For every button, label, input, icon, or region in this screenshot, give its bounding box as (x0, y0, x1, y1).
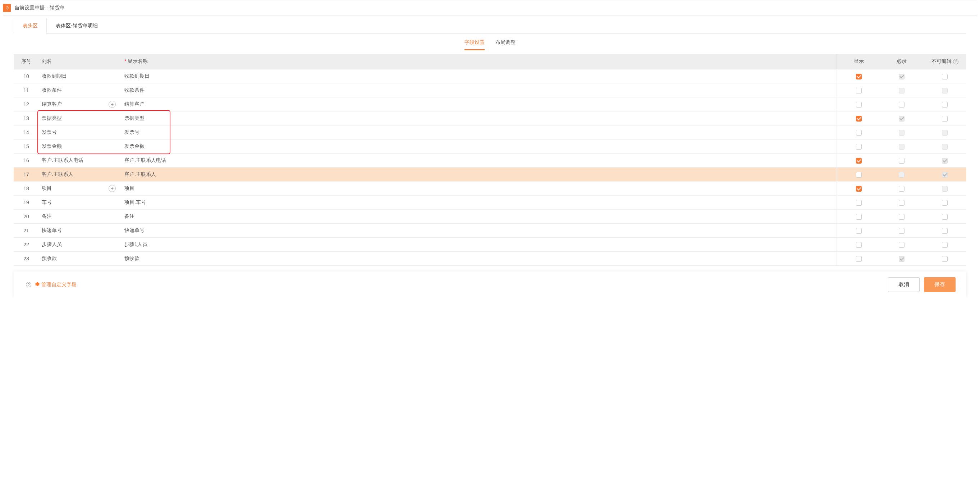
cell-required (880, 252, 923, 266)
sub-tab-1[interactable]: 布局调整 (495, 39, 515, 50)
cell-col-name: 预收款 (39, 252, 121, 266)
cell-col-name: 项目+ (39, 182, 121, 196)
sub-tab-0[interactable]: 字段设置 (465, 39, 485, 50)
col-name-text: 快递单号 (42, 227, 62, 233)
show-checkbox[interactable] (856, 186, 862, 192)
show-checkbox[interactable] (856, 200, 862, 206)
footer-bar: ? 管理自定义字段 取消 保存 (14, 271, 966, 298)
col-name-text: 车号 (42, 199, 52, 205)
table-header-row: 序号 列名 *显示名称 显示 必录 不可编辑? (14, 54, 966, 69)
cell-required (880, 140, 923, 154)
gear-icon (35, 282, 40, 288)
collapse-toggle[interactable] (3, 4, 11, 12)
cell-display-name[interactable]: 步骤1人员 (121, 238, 837, 252)
help-icon[interactable]: ? (26, 282, 31, 287)
show-checkbox[interactable] (856, 228, 862, 234)
cell-required (880, 167, 923, 182)
required-checkbox[interactable] (899, 214, 905, 220)
cell-display-name[interactable]: 备注 (121, 210, 837, 224)
save-button[interactable]: 保存 (924, 277, 956, 292)
required-checkbox[interactable] (899, 200, 905, 206)
cell-readonly (923, 196, 966, 210)
required-checkbox[interactable] (899, 242, 905, 248)
cell-display-name[interactable]: 发票号 (121, 126, 837, 140)
expand-plus-button[interactable]: + (108, 185, 116, 192)
cell-display-name[interactable]: 结算客户 (121, 97, 837, 111)
cell-required (880, 154, 923, 167)
main-tab-0[interactable]: 表头区 (14, 18, 47, 34)
cell-seq: 19 (14, 196, 39, 210)
readonly-checkbox[interactable] (942, 214, 948, 220)
cell-display-name[interactable]: 收款到期日 (121, 69, 837, 83)
show-checkbox[interactable] (856, 88, 862, 94)
col-name-text: 收款条件 (42, 87, 62, 93)
cell-seq: 13 (14, 111, 39, 126)
table-row: 22步骤人员步骤1人员 (14, 238, 966, 252)
readonly-checkbox[interactable] (942, 74, 948, 80)
page-title-wrapper: 当前设置单据：销货单 (14, 5, 65, 11)
cell-display-name[interactable]: 客户.主联系人 (121, 167, 837, 182)
cell-required (880, 69, 923, 83)
cell-seq: 18 (14, 182, 39, 196)
required-checkbox (899, 172, 905, 178)
expand-plus-button[interactable]: + (108, 101, 116, 108)
col-header-show: 显示 (837, 54, 880, 69)
readonly-checkbox[interactable] (942, 256, 948, 262)
help-icon[interactable]: ? (953, 59, 958, 64)
readonly-checkbox[interactable] (942, 116, 948, 121)
cell-display-name[interactable]: 收款条件 (121, 83, 837, 97)
table-row: 11收款条件收款条件 (14, 83, 966, 97)
show-checkbox[interactable] (856, 116, 862, 121)
cell-display-name[interactable]: 快递单号 (121, 224, 837, 238)
main-tab-1[interactable]: 表体区-销货单明细 (47, 18, 107, 34)
cell-display-name[interactable]: 项目.车号 (121, 196, 837, 210)
col-name-text: 预收款 (42, 255, 57, 261)
cancel-button[interactable]: 取消 (888, 277, 920, 292)
cell-display-name[interactable]: 客户.主联系人电话 (121, 154, 837, 167)
cell-display-name[interactable]: 发票金额 (121, 140, 837, 154)
show-checkbox[interactable] (856, 172, 862, 178)
cell-col-name: 快递单号 (39, 224, 121, 238)
table-row: 17客户.主联系人客户.主联系人 (14, 167, 966, 182)
cell-show (837, 69, 880, 83)
cell-col-name: 客户.主联系人电话 (39, 154, 121, 167)
readonly-checkbox[interactable] (942, 200, 948, 206)
required-checkbox[interactable] (899, 186, 905, 192)
required-mark: * (124, 58, 126, 64)
readonly-checkbox (942, 158, 948, 164)
show-checkbox[interactable] (856, 158, 862, 164)
show-checkbox[interactable] (856, 144, 862, 150)
readonly-checkbox[interactable] (942, 102, 948, 108)
cell-readonly (923, 224, 966, 238)
sub-tabs: 字段设置布局调整 (14, 33, 966, 50)
readonly-checkbox[interactable] (942, 228, 948, 234)
table-row: 15发票金额发票金额 (14, 140, 966, 154)
table-row: 18项目+项目 (14, 182, 966, 196)
required-checkbox (899, 130, 905, 135)
col-name-text: 结算客户 (42, 101, 62, 107)
show-checkbox[interactable] (856, 214, 862, 220)
show-checkbox[interactable] (856, 102, 862, 108)
footer-left: ? 管理自定义字段 (24, 282, 76, 288)
cell-display-name[interactable]: 票据类型 (121, 111, 837, 126)
table-row: 12结算客户+结算客户 (14, 97, 966, 111)
cell-seq: 15 (14, 140, 39, 154)
show-checkbox[interactable] (856, 130, 862, 135)
cell-display-name[interactable]: 预收款 (121, 252, 837, 266)
cell-col-name: 备注 (39, 210, 121, 224)
required-checkbox[interactable] (899, 158, 905, 164)
manage-custom-fields-link[interactable]: 管理自定义字段 (35, 282, 76, 288)
cell-seq: 21 (14, 224, 39, 238)
show-checkbox[interactable] (856, 242, 862, 248)
table-row: 14发票号发票号 (14, 126, 966, 140)
cell-required (880, 83, 923, 97)
cell-display-name[interactable]: 项目 (121, 182, 837, 196)
col-header-readonly: 不可编辑? (923, 54, 966, 69)
required-checkbox[interactable] (899, 228, 905, 234)
col-header-seq: 序号 (14, 54, 39, 69)
cell-show (837, 182, 880, 196)
show-checkbox[interactable] (856, 256, 862, 262)
readonly-checkbox[interactable] (942, 242, 948, 248)
required-checkbox[interactable] (899, 102, 905, 108)
show-checkbox[interactable] (856, 74, 862, 80)
